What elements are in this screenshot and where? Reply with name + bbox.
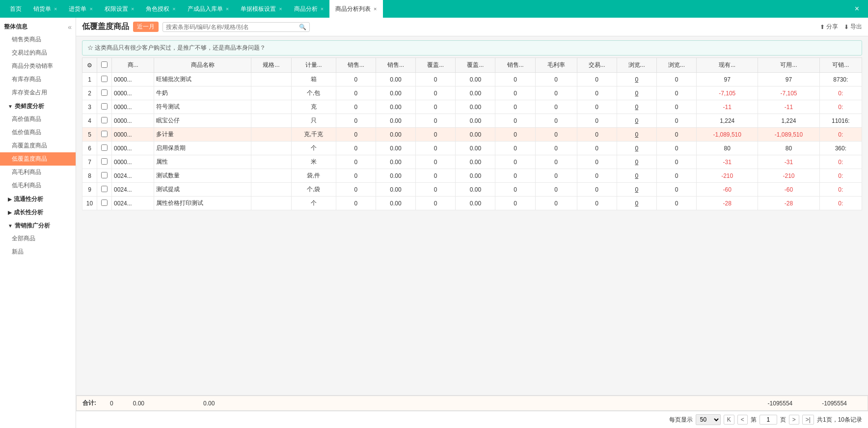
cell-sales-qty: 0: [336, 183, 376, 197]
sidebar-group-richness[interactable]: ▼ 类鲜度分析: [0, 99, 76, 113]
row-checkbox[interactable]: [101, 200, 108, 206]
cell-checkbox[interactable]: [97, 155, 112, 169]
cell-browse1[interactable]: 0: [617, 86, 656, 100]
close-purchase-icon[interactable]: ×: [89, 6, 92, 12]
cell-trade: 0: [577, 114, 617, 128]
sidebar-item-high-margin[interactable]: 高毛利商品: [0, 166, 76, 179]
footer-totals: 0 0.00 0.00 -1095554 -1095554: [100, 400, 862, 407]
cell-sales-qty: 0: [336, 114, 376, 128]
first-page-button[interactable]: K: [724, 415, 734, 425]
row-checkbox[interactable]: [101, 144, 108, 151]
flow-arrow-icon: ▶: [8, 197, 12, 202]
prev-page-button[interactable]: <: [737, 415, 748, 425]
sidebar-item-traded-goods[interactable]: 交易过的商品: [0, 46, 76, 59]
row-checkbox[interactable]: [101, 103, 108, 110]
pagination: 每页显示 50 100 200 K < 第 页 > >| 共1页，10条记录: [76, 411, 868, 428]
cell-browse1[interactable]: 0: [617, 114, 656, 128]
nav-sales[interactable]: 销货单 ×: [27, 0, 63, 18]
search-icon[interactable]: 🔍: [299, 24, 306, 30]
cell-checkbox[interactable]: [97, 142, 112, 155]
close-role-icon[interactable]: ×: [172, 6, 175, 12]
row-checkbox[interactable]: [101, 158, 108, 165]
close-analysis-icon[interactable]: ×: [321, 6, 324, 12]
cell-browse1[interactable]: 0: [617, 128, 656, 142]
cell-browse1[interactable]: 0: [617, 142, 656, 155]
th-name: 商品名称: [154, 58, 251, 73]
cell-checkbox[interactable]: [97, 128, 112, 142]
cell-unit: 个,袋: [291, 183, 336, 197]
sidebar-group-growth[interactable]: ▶ 成长性分析: [0, 205, 76, 219]
th-settings[interactable]: ⚙: [82, 58, 97, 73]
sidebar-item-low-coverage[interactable]: 低覆盖度商品: [0, 152, 76, 166]
nav-home[interactable]: 首页: [4, 0, 27, 18]
cell-browse1[interactable]: 0: [617, 73, 656, 86]
th-cover1: 覆盖...: [416, 58, 456, 73]
cell-checkbox[interactable]: [97, 100, 112, 114]
cell-browse1[interactable]: 0: [617, 169, 656, 183]
cell-trade: 0: [577, 128, 617, 142]
search-input[interactable]: [166, 24, 299, 30]
row-checkbox[interactable]: [101, 186, 108, 192]
cell-checkbox[interactable]: [97, 169, 112, 183]
close-sales-icon[interactable]: ×: [54, 6, 57, 12]
per-page-select[interactable]: 50 100 200: [696, 414, 721, 425]
row-checkbox[interactable]: [101, 89, 108, 96]
sidebar-item-high-value[interactable]: 高价值商品: [0, 113, 76, 126]
close-permission-icon[interactable]: ×: [131, 6, 134, 12]
nav-role[interactable]: 角色授权 ×: [140, 0, 181, 18]
next-page-button[interactable]: >: [789, 415, 799, 425]
per-page-label: 每页显示: [669, 416, 693, 424]
sidebar-item-all-goods[interactable]: 全部商品: [0, 232, 76, 245]
cell-available: -60: [758, 183, 819, 197]
sidebar-item-high-coverage[interactable]: 高覆盖度商品: [0, 139, 76, 152]
row-checkbox[interactable]: [101, 172, 108, 178]
nav-purchase[interactable]: 进货单 ×: [63, 0, 98, 18]
close-template-icon[interactable]: ×: [279, 6, 282, 12]
export-button[interactable]: ⬇ 导出: [844, 23, 862, 31]
nav-product-entry[interactable]: 产成品入库单 ×: [182, 0, 235, 18]
sidebar-item-category-sales-rate[interactable]: 商品分类动销率: [0, 59, 76, 73]
cell-checkbox[interactable]: [97, 183, 112, 197]
cell-checkbox[interactable]: [97, 86, 112, 100]
sidebar-item-stock-capital[interactable]: 库存资金占用: [0, 86, 76, 99]
cell-browse1[interactable]: 0: [617, 100, 656, 114]
nav-analysis-list[interactable]: 商品分析列表 ×: [329, 0, 382, 18]
select-all-checkbox[interactable]: [101, 61, 108, 68]
row-checkbox[interactable]: [101, 131, 108, 137]
sidebar-group-marketing[interactable]: ▼ 营销推广分析: [0, 219, 76, 232]
table-row: 100024...属性价格打印测试个00.0000.0000000-28-280…: [82, 197, 862, 210]
cell-browse1[interactable]: 0: [617, 183, 656, 197]
sidebar-item-low-margin[interactable]: 低毛利商品: [0, 179, 76, 192]
cell-gross-rate: 0: [535, 183, 577, 197]
sidebar-item-sales-goods[interactable]: 销售类商品: [0, 33, 76, 46]
page-input[interactable]: [760, 415, 777, 425]
cell-name: 多计量: [154, 128, 251, 142]
share-button[interactable]: ⬆ 分享: [820, 23, 838, 31]
close-product-entry-icon[interactable]: ×: [226, 6, 229, 12]
th-checkbox[interactable]: [97, 58, 112, 73]
table-row: 40000...眠宝公仔只00.0000.00000001,2241,22411…: [82, 114, 862, 128]
time-filter-button[interactable]: 近一月: [133, 22, 159, 32]
sidebar-item-new-goods[interactable]: 新品: [0, 245, 76, 258]
sidebar-collapse-button[interactable]: «: [68, 23, 72, 31]
window-close-button[interactable]: ×: [850, 4, 864, 13]
cell-checkbox[interactable]: [97, 197, 112, 210]
cell-browse1[interactable]: 0: [617, 197, 656, 210]
sidebar-item-stock-goods[interactable]: 有库存商品: [0, 73, 76, 86]
row-checkbox[interactable]: [101, 76, 108, 82]
last-page-button[interactable]: >|: [802, 415, 814, 425]
row-checkbox[interactable]: [101, 117, 108, 123]
nav-template[interactable]: 单据模板设置 ×: [235, 0, 288, 18]
page-suffix: 页: [780, 416, 786, 424]
sidebar-item-low-value[interactable]: 低价值商品: [0, 126, 76, 139]
cell-sales-qty: 0: [336, 169, 376, 183]
nav-permission[interactable]: 权限设置 ×: [99, 0, 140, 18]
cell-browse1[interactable]: 0: [617, 155, 656, 169]
cell-sales-amt: 0.00: [376, 128, 415, 142]
close-analysis-list-icon[interactable]: ×: [374, 6, 377, 12]
cell-checkbox[interactable]: [97, 114, 112, 128]
settings-icon[interactable]: ⚙: [87, 62, 92, 69]
nav-analysis[interactable]: 商品分析 ×: [288, 0, 329, 18]
cell-checkbox[interactable]: [97, 73, 112, 86]
sidebar-group-flow[interactable]: ▶ 流通性分析: [0, 192, 76, 205]
